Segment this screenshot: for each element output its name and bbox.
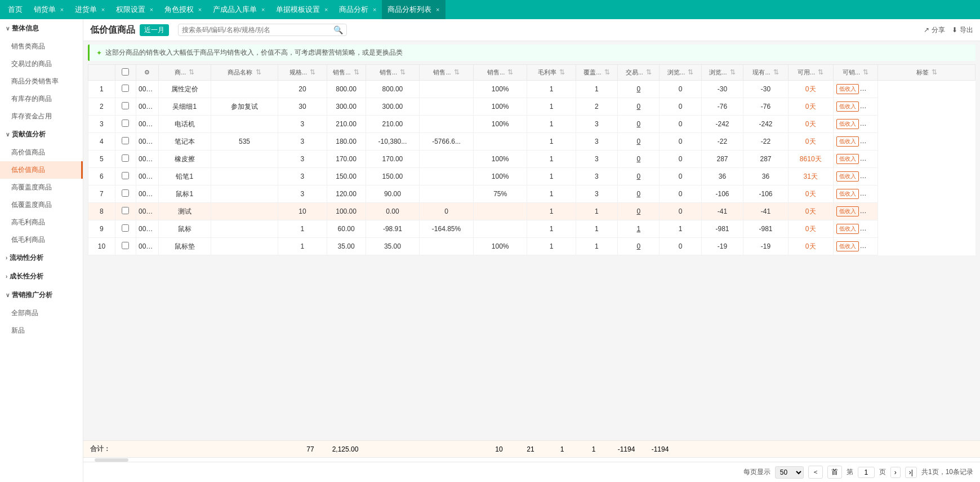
cell-browse1[interactable]: 0 xyxy=(618,203,660,220)
th-sales2[interactable]: 销售... ⇅ xyxy=(420,65,474,81)
sidebar-item-new-goods[interactable]: 新品 xyxy=(0,322,83,339)
sidebar-item-category-sales-rate[interactable]: 商品分类销售率 xyxy=(0,73,83,90)
tag-低收入[interactable]: 低收入 xyxy=(836,84,859,94)
browse1-link[interactable]: 0 xyxy=(636,207,640,215)
nav-product-storage[interactable]: 产成品入库单 × xyxy=(207,0,270,19)
sidebar-group-overall[interactable]: ∨ 整体信息 xyxy=(0,19,83,38)
sidebar-group-liquidity[interactable]: › 流动性分析 xyxy=(0,249,83,267)
cell-check[interactable] xyxy=(115,133,136,151)
prev-page-button[interactable]: 首 xyxy=(827,466,842,479)
row-checkbox[interactable] xyxy=(122,137,129,144)
tag-低收入[interactable]: 低收入 xyxy=(836,136,859,147)
cell-browse1[interactable]: 1 xyxy=(618,220,660,238)
th-sales-amt[interactable]: 销售... ⇅ xyxy=(366,65,420,81)
tag-低收入[interactable]: 低收入 xyxy=(836,101,859,112)
page-number-input[interactable] xyxy=(858,467,875,478)
cell-check[interactable] xyxy=(115,81,136,98)
cell-check[interactable] xyxy=(115,220,136,238)
tag-低收入[interactable]: 低收入 xyxy=(836,154,859,164)
th-sellable[interactable]: 可销... ⇅ xyxy=(833,65,878,81)
nav-permission[interactable]: 权限设置 × xyxy=(110,0,159,19)
browse1-link[interactable]: 0 xyxy=(636,120,640,128)
sidebar-item-high-coverage[interactable]: 高覆盖度商品 xyxy=(0,179,83,196)
cell-check[interactable] xyxy=(115,116,136,133)
row-checkbox[interactable] xyxy=(122,102,129,109)
time-badge[interactable]: 近一月 xyxy=(140,24,169,36)
search-icon[interactable]: 🔍 xyxy=(333,25,343,34)
row-checkbox[interactable] xyxy=(122,85,129,92)
browse1-link[interactable]: 0 xyxy=(636,190,640,198)
th-gross[interactable]: 毛利率 ⇅ xyxy=(527,65,576,81)
nav-product-analysis[interactable]: 商品分析 × xyxy=(333,0,382,19)
cell-browse1[interactable]: 0 xyxy=(618,151,660,168)
cell-browse1[interactable]: 0 xyxy=(618,185,660,203)
nav-product-analysis-list[interactable]: 商品分析列表 × xyxy=(382,0,445,19)
browse1-link[interactable]: 0 xyxy=(636,85,640,93)
th-code[interactable]: 商... ⇅ xyxy=(158,65,211,81)
cell-browse1[interactable]: 0 xyxy=(618,133,660,151)
tag-低收入[interactable]: 低收入 xyxy=(836,119,859,129)
cell-check[interactable] xyxy=(115,168,136,185)
next-page-button[interactable]: › xyxy=(890,467,901,478)
sidebar-group-marketing[interactable]: ∨ 营销推广分析 xyxy=(0,286,83,304)
cell-browse1[interactable]: 0 xyxy=(618,81,660,98)
search-input[interactable] xyxy=(182,26,333,34)
th-cover[interactable]: 覆盖... ⇅ xyxy=(576,65,617,81)
sidebar-item-low-margin[interactable]: 低毛利商品 xyxy=(0,231,83,249)
nav-purchase-order[interactable]: 进货单 × xyxy=(69,0,110,19)
table-wrapper[interactable]: ⚙ 商... ⇅ 商品名称 ⇅ 规格... ⇅ 销售... ⇅ 销售... ⇅ … xyxy=(83,64,980,440)
th-current[interactable]: 现有... ⇅ xyxy=(743,65,789,81)
sidebar-item-in-stock-goods[interactable]: 有库存的商品 xyxy=(0,90,83,108)
sidebar-item-traded-goods[interactable]: 交易过的商品 xyxy=(0,55,83,73)
cell-check[interactable] xyxy=(115,185,136,203)
th-spec[interactable]: 规格... ⇅ xyxy=(278,65,327,81)
browse1-link[interactable]: 0 xyxy=(636,155,640,163)
cell-browse1[interactable]: 0 xyxy=(618,116,660,133)
export-button[interactable]: ⬇ 导出 xyxy=(952,25,973,35)
tag-低收入[interactable]: 低收入 xyxy=(836,189,859,199)
per-page-select[interactable]: 50 100 xyxy=(775,466,804,479)
cell-browse1[interactable]: 0 xyxy=(618,168,660,185)
sidebar-item-low-value[interactable]: 低价值商品 xyxy=(0,161,83,179)
nav-sales-order[interactable]: 销货单 × xyxy=(28,0,69,19)
sidebar-item-all-goods[interactable]: 全部商品 xyxy=(0,304,83,322)
sidebar-item-sales-goods[interactable]: 销售类商品 xyxy=(0,38,83,55)
th-avail[interactable]: 可用... ⇅ xyxy=(788,65,833,81)
browse1-link[interactable]: 0 xyxy=(636,138,640,145)
select-all-checkbox[interactable] xyxy=(122,68,129,76)
th-browse1[interactable]: 浏览... ⇅ xyxy=(660,65,701,81)
cell-check[interactable] xyxy=(115,151,136,168)
sidebar-group-growth[interactable]: › 成长性分析 xyxy=(0,267,83,286)
tag-低收入[interactable]: 低收入 xyxy=(836,224,859,234)
nav-template-settings[interactable]: 单据模板设置 × xyxy=(270,0,333,19)
nav-home[interactable]: 首页 xyxy=(2,0,28,19)
tag-低收入[interactable]: 低收入 xyxy=(836,206,859,216)
cell-browse1[interactable]: 0 xyxy=(618,98,660,116)
th-sales3[interactable]: 销售... ⇅ xyxy=(473,65,527,81)
cell-check[interactable] xyxy=(115,98,136,116)
th-sales-qty[interactable]: 销售... ⇅ xyxy=(327,65,366,81)
cell-check[interactable] xyxy=(115,238,136,255)
tag-低收入[interactable]: 低收入 xyxy=(836,171,859,182)
sidebar-item-low-coverage[interactable]: 低覆盖度商品 xyxy=(0,196,83,214)
browse1-link[interactable]: 1 xyxy=(636,225,640,233)
sidebar-item-high-value[interactable]: 高价值商品 xyxy=(0,144,83,161)
row-checkbox[interactable] xyxy=(122,120,129,127)
cell-browse1[interactable]: 0 xyxy=(618,238,660,255)
row-checkbox[interactable] xyxy=(122,189,129,197)
cell-check[interactable] xyxy=(115,203,136,220)
sidebar-item-inventory-capital[interactable]: 库存资金占用 xyxy=(0,108,83,125)
th-tag[interactable]: 标签 ⇅ xyxy=(878,65,975,81)
browse1-link[interactable]: 0 xyxy=(636,173,640,180)
browse1-link[interactable]: 0 xyxy=(636,242,640,250)
row-checkbox[interactable] xyxy=(122,172,129,179)
th-name[interactable]: 商品名称 ⇅ xyxy=(211,65,278,81)
first-page-button[interactable]: ＜ xyxy=(808,466,823,479)
row-checkbox[interactable] xyxy=(122,224,129,232)
row-checkbox[interactable] xyxy=(122,207,129,214)
th-browse2[interactable]: 浏览... ⇅ xyxy=(701,65,743,81)
th-trade[interactable]: 交易... ⇅ xyxy=(618,65,660,81)
sidebar-item-high-margin[interactable]: 高毛利商品 xyxy=(0,214,83,231)
horizontal-scrollbar[interactable] xyxy=(83,457,980,462)
sidebar-group-contribution[interactable]: ∨ 贡献值分析 xyxy=(0,125,83,144)
